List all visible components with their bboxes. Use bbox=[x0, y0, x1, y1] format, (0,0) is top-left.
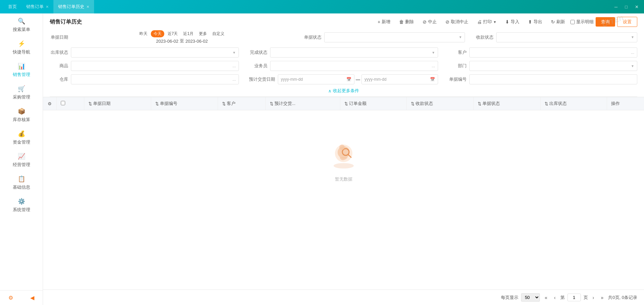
col-outbound-status[interactable]: ⇅ 出库状态 bbox=[540, 97, 607, 110]
print-button[interactable]: 🖨 打印 ▼ bbox=[474, 17, 500, 27]
settings-button[interactable]: 设置 bbox=[617, 17, 637, 27]
receipt-status-label: 收款状态 bbox=[475, 34, 493, 40]
date-btn-yesterday[interactable]: 昨天 bbox=[137, 30, 149, 37]
sidebar-item-purchase[interactable]: 🛒 采购管理 bbox=[0, 81, 43, 104]
sidebar-item-quick-nav[interactable]: ⚡ 快捷导航 bbox=[0, 36, 43, 59]
sidebar-item-basic-info-label: 基础信息 bbox=[13, 184, 30, 190]
collapse-icon: ∧ bbox=[328, 88, 332, 93]
product-input[interactable]: ... bbox=[71, 61, 239, 71]
outbound-status-sort[interactable]: ⇅ 出库状态 bbox=[545, 101, 603, 107]
bill-status-sort-icon: ⇅ bbox=[478, 101, 481, 106]
refresh-icon: ↻ bbox=[551, 19, 555, 25]
sidebar-item-system[interactable]: ⚙️ 系统管理 bbox=[0, 194, 43, 216]
refresh-button[interactable]: ↻ 刷新 bbox=[548, 17, 568, 27]
col-customer[interactable]: ⇅ 客户 bbox=[218, 97, 265, 110]
complete-status-select[interactable]: ▼ bbox=[270, 47, 438, 58]
page-title-row: 销售订单历史 + 新增 🗑 删除 ⊘ 中止 ⊘ bbox=[50, 17, 637, 27]
bill-date-sort[interactable]: ⇅ 单据日期 bbox=[88, 101, 147, 107]
department-select[interactable]: ▼ bbox=[469, 61, 637, 71]
tab-home[interactable]: 首页 bbox=[3, 0, 22, 13]
bill-number-col-label: 单据编号 bbox=[160, 101, 177, 107]
tab-sales-order-history[interactable]: 销售订单历史 ✕ bbox=[53, 0, 94, 13]
import-button[interactable]: ⬇ 导入 bbox=[502, 17, 523, 27]
sidebar-item-sales[interactable]: 📊 销售管理 bbox=[0, 59, 43, 81]
export-label: 导出 bbox=[533, 19, 542, 25]
date-btn-1month[interactable]: 近1月 bbox=[181, 30, 196, 37]
col-expected-delivery[interactable]: ⇅ 预计交货... bbox=[265, 97, 340, 110]
date-btn-7days[interactable]: 近7天 bbox=[166, 30, 180, 37]
svg-point-5 bbox=[339, 145, 345, 150]
receipt-status-sort[interactable]: ⇅ 收款状态 bbox=[411, 101, 469, 107]
expected-date-start-input[interactable]: yyyy-mm-dd 📅 bbox=[278, 74, 354, 84]
salesperson-input[interactable]: ... bbox=[270, 61, 438, 71]
customer-input[interactable]: ... bbox=[469, 47, 637, 58]
import-label: 导入 bbox=[511, 19, 519, 25]
prev-page-button[interactable]: ‹ bbox=[552, 294, 558, 301]
expected-delivery-sort-icon: ⇅ bbox=[270, 101, 273, 106]
refresh-label: 刷新 bbox=[556, 19, 565, 25]
warehouse-label: 仓库 bbox=[50, 76, 68, 82]
page-header: 销售订单历史 + 新增 🗑 删除 ⊘ 中止 ⊘ bbox=[43, 13, 644, 97]
export-button[interactable]: ⬆ 导出 bbox=[525, 17, 546, 27]
tab-sales-order-history-label: 销售订单历史 bbox=[58, 4, 84, 10]
receipt-status-select[interactable]: ▼ bbox=[496, 32, 637, 42]
sidebar-settings-icon[interactable]: ⚙ bbox=[6, 293, 16, 302]
cancel-stop-button[interactable]: ⊘ 取消中止 bbox=[442, 17, 472, 27]
delete-button[interactable]: 🗑 删除 bbox=[396, 17, 417, 27]
filter-area: 单据日期 昨天 今天 近7天 近1月 更多 自定义 2023 bbox=[50, 30, 637, 97]
order-amount-sort[interactable]: ⇅ 订单金额 bbox=[344, 101, 403, 107]
maximize-icon[interactable]: □ bbox=[623, 4, 630, 9]
outbound-status-select[interactable]: ▼ bbox=[71, 47, 239, 58]
expected-delivery-sort[interactable]: ⇅ 预计交货... bbox=[270, 101, 336, 107]
customer-sort[interactable]: ⇅ 客户 bbox=[222, 101, 261, 107]
last-page-button[interactable]: » bbox=[599, 294, 606, 301]
expected-date-end-input[interactable]: yyyy-mm-dd 📅 bbox=[361, 74, 438, 84]
first-page-button[interactable]: « bbox=[543, 294, 549, 301]
filter-row-1: 单据日期 昨天 今天 近7天 近1月 更多 自定义 2023 bbox=[50, 30, 637, 44]
date-btn-more[interactable]: 更多 bbox=[197, 30, 209, 37]
date-btn-custom[interactable]: 自定义 bbox=[210, 30, 226, 37]
bill-status-sort[interactable]: ⇅ 单据状态 bbox=[478, 101, 536, 107]
close-history-tab-icon[interactable]: ✕ bbox=[86, 5, 89, 9]
date-btn-today[interactable]: 今天 bbox=[151, 30, 164, 37]
expected-delivery-col-label: 预计交货... bbox=[274, 101, 296, 107]
main-layout: 🔍 搜索菜单 ⚡ 快捷导航 📊 销售管理 🛒 采购管理 📦 库存核算 💰 资金管… bbox=[0, 13, 644, 305]
sidebar-item-basic-info[interactable]: 📋 基础信息 bbox=[0, 171, 43, 194]
next-page-button[interactable]: › bbox=[591, 294, 596, 301]
show-detail-checkbox[interactable] bbox=[570, 20, 575, 24]
date-range-display: 2023-06-02 至 2023-06-02 bbox=[156, 38, 208, 44]
col-receipt-status[interactable]: ⇅ 收款状态 bbox=[407, 97, 474, 110]
sidebar-item-inventory[interactable]: 📦 库存核算 bbox=[0, 104, 43, 126]
bill-number-sort[interactable]: ⇅ 单据编号 bbox=[155, 101, 214, 107]
query-button[interactable]: 查询 bbox=[596, 17, 615, 27]
stop-button[interactable]: ⊘ 中止 bbox=[419, 17, 440, 27]
table-settings-col[interactable]: ⚙ bbox=[43, 97, 56, 110]
col-order-amount[interactable]: ⇅ 订单金额 bbox=[340, 97, 407, 110]
collapse-row[interactable]: ∧ 收起更多条件 bbox=[50, 88, 637, 94]
jump-word: 第 bbox=[560, 295, 565, 301]
add-button[interactable]: + 新增 bbox=[374, 17, 394, 27]
col-bill-number[interactable]: ⇅ 单据编号 bbox=[151, 97, 218, 110]
select-all-checkbox[interactable] bbox=[61, 101, 65, 105]
sidebar-item-finance[interactable]: 💰 资金管理 bbox=[0, 126, 43, 149]
bill-status-select[interactable]: ▼ bbox=[324, 32, 465, 42]
product-item: 商品 ... bbox=[50, 61, 239, 71]
finance-icon: 💰 bbox=[18, 130, 25, 138]
page-number-input[interactable] bbox=[567, 294, 581, 301]
sidebar-item-operation[interactable]: 📈 经营管理 bbox=[0, 149, 43, 171]
table-settings-icon: ⚙ bbox=[48, 101, 52, 106]
warehouse-input[interactable]: ... bbox=[71, 74, 239, 84]
bill-number-input[interactable] bbox=[469, 74, 637, 84]
bill-date-col-label: 单据日期 bbox=[93, 101, 111, 107]
complete-status-label: 完成状态 bbox=[249, 49, 267, 55]
window-close-icon[interactable]: ✕ bbox=[633, 4, 641, 9]
sidebar-collapse-icon[interactable]: ◀ bbox=[28, 293, 37, 302]
page-size-select[interactable]: 10 20 50 100 bbox=[521, 293, 540, 302]
close-sales-order-tab-icon[interactable]: ✕ bbox=[46, 5, 49, 9]
tab-sales-order[interactable]: 销售订单 ✕ bbox=[22, 0, 53, 13]
sidebar-item-search-menu[interactable]: 🔍 搜索菜单 bbox=[0, 13, 43, 36]
col-bill-status[interactable]: ⇅ 单据状态 bbox=[474, 97, 541, 110]
outbound-status-label: 出库状态 bbox=[50, 49, 68, 55]
col-bill-date[interactable]: ⇅ 单据日期 bbox=[84, 97, 151, 110]
minimize-icon[interactable]: ─ bbox=[612, 4, 619, 9]
